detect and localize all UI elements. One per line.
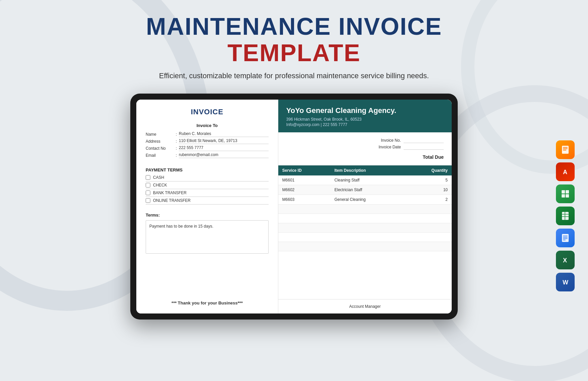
docs-icon[interactable] bbox=[556, 229, 575, 247]
svg-rect-5 bbox=[563, 148, 568, 149]
terms-label: Terms: bbox=[146, 213, 269, 218]
contact-field: Contact No : 222 555 7777 bbox=[146, 145, 269, 151]
item-description: General Cleaning bbox=[330, 195, 406, 205]
numbers-icon[interactable] bbox=[556, 184, 575, 203]
svg-rect-10 bbox=[562, 194, 565, 198]
left-panel: INVOICE Invoice To Name : Ruben C. Moral… bbox=[136, 100, 278, 313]
table-header-row: Service ID Item Description Quantity bbox=[278, 165, 452, 175]
quantity: 2 bbox=[406, 195, 452, 205]
table-row: M6601 Cleaning Staff 5 bbox=[278, 175, 452, 185]
quantity: 10 bbox=[406, 185, 452, 195]
company-contact: Info@xyzcorp.com | 222 555 7777 bbox=[286, 122, 444, 127]
payment-option-online-transfer[interactable]: ONLINE TRANSFER bbox=[146, 198, 269, 205]
tablet-frame: INVOICE Invoice To Name : Ruben C. Moral… bbox=[130, 94, 458, 320]
terms-section: Terms: Payment has to be done in 15 days… bbox=[146, 213, 269, 254]
bank-transfer-label: BANK TRANSFER bbox=[153, 190, 186, 195]
page-title-line2: TEMPLATE bbox=[228, 40, 361, 66]
services-table: Service ID Item Description Quantity M66… bbox=[278, 165, 452, 251]
right-panel: YoYo General Cleaning Agency. 396 Hickma… bbox=[278, 100, 452, 313]
svg-rect-6 bbox=[563, 150, 566, 150]
svg-rect-4 bbox=[563, 147, 568, 148]
svg-rect-12 bbox=[562, 212, 569, 220]
payment-terms-section: PAYMENT TERMS CASH CHECK BANK TRANSFER bbox=[146, 167, 269, 206]
empty-row bbox=[278, 214, 452, 223]
invoice-to-label: Invoice To bbox=[146, 123, 269, 128]
pages-icon[interactable] bbox=[556, 140, 575, 159]
page-title-line1: MAINTENANCE INVOICE bbox=[146, 13, 442, 40]
online-transfer-checkbox[interactable] bbox=[146, 198, 150, 203]
cash-label: CASH bbox=[153, 175, 164, 180]
svg-text:A: A bbox=[563, 169, 567, 175]
table-row: M6603 General Cleaning 2 bbox=[278, 195, 452, 205]
payment-terms-label: PAYMENT TERMS bbox=[146, 167, 269, 172]
email-value: rubenmor@email.com bbox=[179, 152, 268, 158]
address-value: 110 Elliott St Newark, DE, 19713 bbox=[179, 138, 268, 144]
table-row: M6602 Electrician Staff 10 bbox=[278, 185, 452, 195]
svg-text:X: X bbox=[563, 257, 567, 264]
sheets-icon[interactable] bbox=[556, 207, 575, 225]
item-description: Cleaning Staff bbox=[330, 175, 406, 185]
col-header-description: Item Description bbox=[330, 165, 406, 175]
cash-checkbox[interactable] bbox=[146, 175, 150, 180]
tablet-inner: INVOICE Invoice To Name : Ruben C. Moral… bbox=[136, 100, 452, 313]
svg-rect-17 bbox=[563, 236, 568, 236]
address-field: Address : 110 Elliott St Newark, DE, 197… bbox=[146, 138, 269, 144]
thank-you-text: *** Thank you for your Business*** bbox=[146, 294, 269, 305]
invoice-date-value bbox=[404, 144, 444, 150]
col-header-service-id: Service ID bbox=[278, 165, 330, 175]
empty-row bbox=[278, 233, 452, 242]
svg-rect-11 bbox=[566, 194, 569, 198]
account-manager-label: Account Manager bbox=[278, 299, 452, 313]
total-due-label: Total Due bbox=[423, 154, 444, 160]
invoice-no-value bbox=[404, 138, 444, 143]
name-field: Name : Ruben C. Morales bbox=[146, 131, 269, 137]
invoice-date-row: Invoice Date bbox=[379, 144, 444, 150]
empty-row bbox=[278, 205, 452, 214]
svg-rect-20 bbox=[563, 240, 566, 240]
svg-rect-9 bbox=[566, 190, 569, 194]
service-id: M6603 bbox=[278, 195, 330, 205]
check-checkbox[interactable] bbox=[146, 183, 150, 187]
col-header-quantity: Quantity bbox=[406, 165, 452, 175]
quantity: 5 bbox=[406, 175, 452, 185]
app-icons-container: A X W bbox=[556, 140, 575, 291]
invoice-date-label: Invoice Date bbox=[379, 145, 401, 149]
payment-option-check[interactable]: CHECK bbox=[146, 183, 269, 189]
online-transfer-label: ONLINE TRANSFER bbox=[153, 198, 190, 203]
acrobat-icon[interactable]: A bbox=[556, 162, 575, 181]
item-description: Electrician Staff bbox=[330, 185, 406, 195]
company-header: YoYo General Cleaning Agency. 396 Hickma… bbox=[278, 100, 452, 132]
address-label: Address bbox=[146, 139, 176, 144]
service-id: M6601 bbox=[278, 175, 330, 185]
bank-transfer-checkbox[interactable] bbox=[146, 190, 150, 195]
name-label: Name bbox=[146, 132, 176, 137]
word-icon[interactable]: W bbox=[556, 273, 575, 291]
page-description: Efficient, customizable template for pro… bbox=[159, 72, 429, 80]
svg-rect-8 bbox=[562, 190, 565, 194]
email-field: Email : rubenmor@email.com bbox=[146, 152, 269, 158]
invoice-meta: Invoice No. Invoice Date Total Due bbox=[278, 132, 452, 165]
payment-option-bank-transfer[interactable]: BANK TRANSFER bbox=[146, 190, 269, 197]
invoice-title: INVOICE bbox=[146, 108, 269, 116]
svg-rect-19 bbox=[563, 238, 568, 239]
service-id: M6602 bbox=[278, 185, 330, 195]
email-label: Email bbox=[146, 153, 176, 158]
svg-rect-16 bbox=[562, 234, 569, 242]
contact-value: 222 555 7777 bbox=[179, 145, 268, 151]
terms-text: Payment has to be done in 15 days. bbox=[146, 220, 269, 254]
check-label: CHECK bbox=[153, 183, 167, 187]
company-name: YoYo General Cleaning Agency. bbox=[286, 106, 444, 115]
company-address: 396 Hickman Street, Oak Brook, IL, 60523 bbox=[286, 117, 444, 122]
empty-row bbox=[278, 242, 452, 251]
contact-label: Contact No bbox=[146, 146, 176, 151]
svg-text:W: W bbox=[563, 279, 568, 286]
empty-row bbox=[278, 223, 452, 233]
name-value: Ruben C. Morales bbox=[179, 131, 268, 137]
invoice-no-row: Invoice No. bbox=[381, 138, 444, 143]
invoice-no-label: Invoice No. bbox=[381, 138, 401, 143]
svg-rect-18 bbox=[563, 237, 568, 238]
payment-option-cash[interactable]: CASH bbox=[146, 175, 269, 181]
excel-icon[interactable]: X bbox=[556, 251, 575, 269]
